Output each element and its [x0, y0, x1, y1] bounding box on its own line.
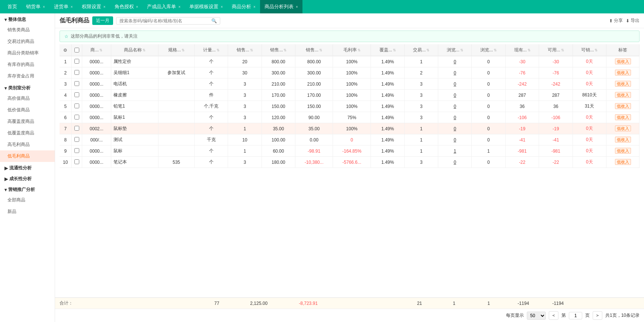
th-name[interactable]: 商品名称⇅ [111, 44, 158, 56]
row-view1[interactable]: 0 [438, 101, 472, 112]
nav-home[interactable]: 首页 [3, 0, 22, 13]
th-view2[interactable]: 浏览...⇅ [472, 44, 505, 56]
row-name[interactable]: 属性定价 [111, 56, 158, 67]
view1-link[interactable]: 0 [454, 115, 456, 120]
view1-link[interactable]: 0 [454, 137, 456, 143]
row-checkbox-cell[interactable] [71, 112, 82, 123]
row-checkbox[interactable] [74, 103, 79, 108]
th-sales-price[interactable]: 销售...⇅ [262, 44, 295, 56]
page-number-input[interactable] [569, 312, 582, 319]
th-sales-profit[interactable]: 销售...⇅ [295, 44, 333, 56]
nav-product-analysis-list[interactable]: 商品分析列表× [260, 0, 302, 13]
settings-icon[interactable]: ⚙ [63, 48, 67, 53]
nav-template-settings[interactable]: 单据模板设置× [185, 0, 227, 13]
row-view1[interactable]: 0 [438, 123, 472, 134]
close-icon[interactable]: × [43, 5, 45, 9]
row-name[interactable]: 电话机 [111, 79, 158, 90]
nav-sales[interactable]: 销货单× [22, 0, 49, 13]
row-name[interactable]: 橡皮擦 [111, 90, 158, 101]
view1-link[interactable]: 0 [454, 104, 456, 109]
row-view1[interactable]: 0 [438, 112, 472, 123]
row-checkbox[interactable] [74, 159, 79, 164]
row-checkbox[interactable] [74, 126, 79, 131]
row-view1[interactable]: 0 [438, 56, 472, 67]
row-name[interactable]: 鼠标 [111, 146, 158, 157]
view1-link[interactable]: 0 [454, 59, 456, 64]
sidebar-group-category[interactable]: ▾ 类别室分析 [0, 82, 55, 93]
row-checkbox-cell[interactable] [71, 56, 82, 67]
nav-permissions[interactable]: 权限设置× [77, 0, 110, 13]
data-table-container[interactable]: ⚙ 商...⇅ 商品名称⇅ 规格...⇅ [60, 44, 640, 297]
th-unit[interactable]: 计量...⇅ [194, 44, 228, 56]
row-checkbox[interactable] [74, 81, 79, 86]
close-icon[interactable]: × [178, 5, 180, 9]
sidebar-item-low-value[interactable]: 低价值商品 [0, 104, 55, 116]
sidebar-item-all-products[interactable]: 全部商品 [0, 194, 55, 206]
view1-link[interactable]: 1 [454, 149, 456, 154]
next-page-btn[interactable]: ＞ [593, 311, 602, 320]
search-input[interactable] [119, 18, 210, 23]
th-view1[interactable]: 浏览...⇅ [438, 44, 472, 56]
close-icon[interactable]: × [296, 5, 298, 9]
th-transaction[interactable]: 交易...⇅ [404, 44, 438, 56]
row-checkbox-cell[interactable] [71, 123, 82, 134]
sidebar-item-high-coverage[interactable]: 高覆盖度商品 [0, 116, 55, 127]
nav-product-analysis[interactable]: 商品分析× [227, 0, 260, 13]
th-code[interactable]: 商...⇅ [82, 44, 111, 56]
th-checkbox[interactable] [71, 44, 82, 56]
view1-link[interactable]: 0 [454, 160, 456, 165]
row-checkbox[interactable] [74, 92, 79, 97]
row-name[interactable]: 鼠标垫 [111, 123, 158, 134]
row-view1[interactable]: 1 [438, 146, 472, 157]
sidebar-group-marketing[interactable]: ▾ 营销推广分析 [0, 184, 55, 194]
row-view1[interactable]: 0 [438, 134, 472, 146]
row-checkbox[interactable] [74, 148, 79, 153]
sidebar-item-high-margin[interactable]: 高毛利商品 [0, 139, 55, 150]
sidebar-item-new-products[interactable]: 新品 [0, 206, 55, 217]
sidebar-item-sales-products[interactable]: 销售类商品 [0, 24, 55, 36]
sidebar-group-overall[interactable]: ▾ 整体信息 [0, 13, 55, 24]
row-view1[interactable]: 0 [438, 90, 472, 101]
row-checkbox-cell[interactable] [71, 146, 82, 157]
row-view1[interactable]: 0 [438, 67, 472, 79]
view1-link[interactable]: 0 [454, 70, 456, 76]
th-spec[interactable]: 规格...⇅ [158, 44, 195, 56]
search-icon[interactable]: 🔍 [211, 18, 217, 23]
th-sellable[interactable]: 可销...⇅ [573, 44, 606, 56]
th-available[interactable]: 可用...⇅ [539, 44, 573, 56]
row-view1[interactable]: 0 [438, 157, 472, 168]
view1-link[interactable]: 0 [454, 82, 456, 87]
sidebar-item-stocked-products[interactable]: 有库存的商品 [0, 59, 55, 70]
th-sales-qty[interactable]: 销售...⇅ [228, 44, 262, 56]
th-coverage[interactable]: 覆盖...⇅ [371, 44, 404, 56]
row-checkbox[interactable] [74, 115, 79, 119]
sidebar-group-circulation[interactable]: ▶ 流通性分析 [0, 162, 55, 173]
close-icon[interactable]: × [253, 5, 256, 9]
select-all-checkbox[interactable] [74, 48, 79, 52]
row-checkbox-cell[interactable] [71, 90, 82, 101]
row-name[interactable]: 铅笔1 [111, 101, 158, 112]
row-name[interactable]: 笔记本 [111, 157, 158, 168]
row-checkbox-cell[interactable] [71, 157, 82, 168]
row-view1[interactable]: 0 [438, 79, 472, 90]
row-checkbox-cell[interactable] [71, 79, 82, 90]
nav-product-entry[interactable]: 产成品入库单× [142, 0, 185, 13]
export-button[interactable]: ⬇ 导出 [626, 17, 640, 24]
th-current-stock[interactable]: 现有...⇅ [505, 44, 539, 56]
row-checkbox-cell[interactable] [71, 134, 82, 146]
prev-page-btn[interactable]: ＜ [549, 311, 558, 320]
sidebar-item-low-margin[interactable]: 低毛利商品 [0, 150, 55, 162]
sidebar-group-growth[interactable]: ▶ 成长性分析 [0, 173, 55, 184]
close-icon[interactable]: × [71, 5, 73, 9]
nav-roles[interactable]: 角色授权× [110, 0, 143, 13]
th-settings[interactable]: ⚙ [60, 44, 71, 56]
close-icon[interactable]: × [221, 5, 223, 9]
view1-link[interactable]: 0 [454, 93, 456, 98]
row-name[interactable]: 吴细细1 [111, 67, 158, 79]
th-gross-margin[interactable]: 毛利率⇅ [333, 44, 371, 56]
close-icon[interactable]: × [103, 5, 106, 9]
sidebar-item-traded-products[interactable]: 交易过的商品 [0, 36, 55, 47]
row-checkbox[interactable] [74, 70, 79, 75]
row-checkbox-cell[interactable] [71, 67, 82, 79]
row-checkbox-cell[interactable] [71, 101, 82, 112]
